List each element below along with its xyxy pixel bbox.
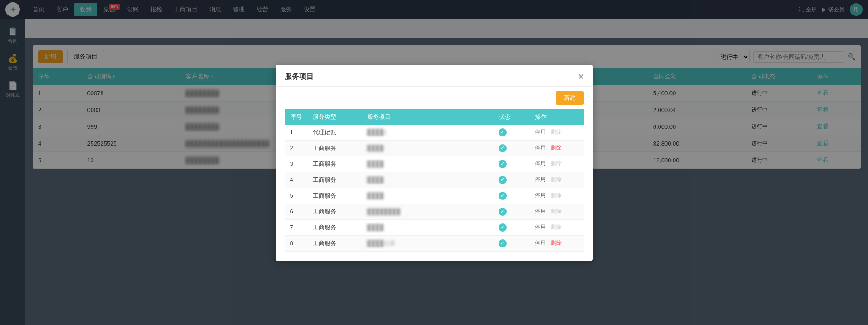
service-seq: 5 <box>285 188 307 204</box>
list-item: 3 工商服务 ████ ✓ 停用 删除 <box>285 156 584 172</box>
service-item-name: ████ <box>362 140 493 156</box>
service-item-name: ████ <box>362 156 493 172</box>
service-action: 停用 删除 <box>529 204 584 219</box>
modal-title: 服务项目 <box>285 72 314 82</box>
delete-button[interactable]: 删除 <box>551 192 562 199</box>
service-type: 工商服务 <box>307 172 362 188</box>
service-action: 停用 删除 <box>529 140 584 156</box>
service-item-name: ████ <box>362 172 493 188</box>
list-item: 5 工商服务 ████ ✓ 停用 删除 <box>285 188 584 204</box>
service-seq: 3 <box>285 156 307 172</box>
service-action: 停用 删除 <box>529 219 584 235</box>
status-check-icon: ✓ <box>499 176 507 184</box>
stop-button[interactable]: 停用 <box>535 192 546 199</box>
list-item: 4 工商服务 ████ ✓ 停用 删除 <box>285 172 584 188</box>
sth-service-type: 服务类型 <box>307 109 362 125</box>
delete-button[interactable]: 删除 <box>551 208 562 214</box>
status-check-icon: ✓ <box>499 144 507 152</box>
delete-button[interactable]: 删除 <box>551 176 562 183</box>
service-seq: 7 <box>285 219 307 235</box>
service-type: 工商服务 <box>307 188 362 204</box>
service-seq: 8 <box>285 235 307 251</box>
service-status: ✓ <box>493 140 529 156</box>
service-seq: 2 <box>285 140 307 156</box>
sth-service-item: 服务项目 <box>362 109 493 125</box>
service-seq: 1 <box>285 125 307 141</box>
modal-header: 服务项目 ✕ <box>276 65 593 87</box>
service-action: 停用 删除 <box>529 125 584 141</box>
stop-button[interactable]: 停用 <box>535 224 546 230</box>
list-item: 6 工商服务 ████████ ✓ 停用 删除 <box>285 204 584 219</box>
sth-status: 状态 <box>493 109 529 125</box>
status-check-icon: ✓ <box>499 160 507 168</box>
stop-button[interactable]: 停用 <box>535 176 546 183</box>
service-status: ✓ <box>493 235 529 251</box>
service-item-name: ████████ <box>362 204 493 219</box>
status-check-icon: ✓ <box>499 239 507 247</box>
modal-close-button[interactable]: ✕ <box>578 73 584 81</box>
delete-button[interactable]: 删除 <box>551 240 562 246</box>
stop-button[interactable]: 停用 <box>535 160 546 167</box>
service-type: 工商服务 <box>307 235 362 251</box>
service-status: ✓ <box>493 204 529 219</box>
stop-button[interactable]: 停用 <box>535 240 546 246</box>
delete-button[interactable]: 删除 <box>551 160 562 167</box>
service-status: ✓ <box>493 125 529 141</box>
list-item: 2 工商服务 ████ ✓ 停用 删除 <box>285 140 584 156</box>
service-item-name: ████注册 <box>362 235 493 251</box>
status-check-icon: ✓ <box>499 192 507 200</box>
service-type: 代理记账 <box>307 125 362 141</box>
service-status: ✓ <box>493 219 529 235</box>
service-seq: 4 <box>285 172 307 188</box>
status-check-icon: ✓ <box>499 128 507 136</box>
stop-button[interactable]: 停用 <box>535 145 546 151</box>
sth-seq: 序号 <box>285 109 307 125</box>
status-check-icon: ✓ <box>499 208 507 216</box>
stop-button[interactable]: 停用 <box>535 208 546 214</box>
service-status: ✓ <box>493 188 529 204</box>
delete-button[interactable]: 删除 <box>551 129 562 135</box>
service-type: 工商服务 <box>307 219 362 235</box>
delete-button[interactable]: 删除 <box>551 145 562 151</box>
status-check-icon: ✓ <box>499 223 507 232</box>
service-action: 停用 删除 <box>529 156 584 172</box>
service-status: ✓ <box>493 156 529 172</box>
service-item-name: ████ <box>362 188 493 204</box>
modal-toolbar: 新建 <box>276 87 593 109</box>
list-item: 8 工商服务 ████注册 ✓ 停用 删除 <box>285 235 584 251</box>
service-table-body: 1 代理记账 ████1 ✓ 停用 删除 2 工商服务 ████ ✓ 停用 删除… <box>285 125 584 252</box>
service-action: 停用 删除 <box>529 235 584 251</box>
service-type: 工商服务 <box>307 156 362 172</box>
modal-overlay[interactable]: 服务项目 ✕ 新建 序号 服务类型 服务项目 状态 操作 1 代理记账 <box>0 0 868 325</box>
list-item: 1 代理记账 ████1 ✓ 停用 删除 <box>285 125 584 141</box>
sth-action: 操作 <box>529 109 584 125</box>
service-item-name: ████ <box>362 219 493 235</box>
service-item-name: ████1 <box>362 125 493 141</box>
service-action: 停用 删除 <box>529 172 584 188</box>
list-item: 7 工商服务 ████ ✓ 停用 删除 <box>285 219 584 235</box>
stop-button[interactable]: 停用 <box>535 129 546 135</box>
service-seq: 6 <box>285 204 307 219</box>
modal-new-button[interactable]: 新建 <box>556 91 584 105</box>
service-table: 序号 服务类型 服务项目 状态 操作 1 代理记账 ████1 ✓ 停用 删除 … <box>285 109 584 252</box>
modal-body: 序号 服务类型 服务项目 状态 操作 1 代理记账 ████1 ✓ 停用 删除 … <box>276 109 593 261</box>
service-type: 工商服务 <box>307 204 362 219</box>
service-table-header: 序号 服务类型 服务项目 状态 操作 <box>285 109 584 125</box>
service-action: 停用 删除 <box>529 188 584 204</box>
service-type: 工商服务 <box>307 140 362 156</box>
delete-button[interactable]: 删除 <box>551 224 562 230</box>
service-item-modal: 服务项目 ✕ 新建 序号 服务类型 服务项目 状态 操作 1 代理记账 <box>276 65 593 261</box>
service-status: ✓ <box>493 172 529 188</box>
